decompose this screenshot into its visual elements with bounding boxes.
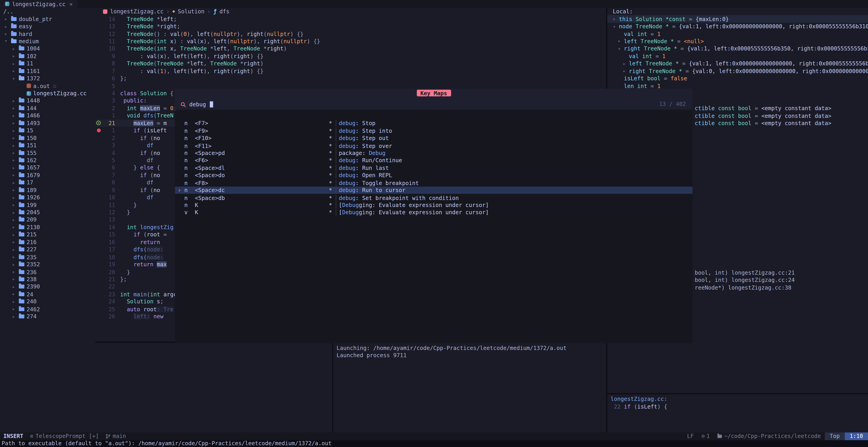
- tree-root[interactable]: /..: [0, 8, 95, 15]
- tree-item-274[interactable]: ▸274: [0, 313, 95, 320]
- column-divider: │: [334, 150, 339, 156]
- tab-longestzigzag[interactable]: longestZigzag.cc ×: [0, 0, 78, 8]
- code-line[interactable]: 7 : val(1), left(left), right(right) {}: [95, 67, 606, 74]
- keymap-row[interactable]: n<F10>*│debug: Step out: [175, 135, 692, 142]
- chevron-right-icon: ▸: [12, 157, 19, 163]
- tree-item-15[interactable]: ▸15: [0, 127, 95, 135]
- scope-variable-row[interactable]: ▾node TreeNode * = {val:1, left:0x000000…: [607, 23, 868, 30]
- tree-item-227[interactable]: ▸227: [0, 246, 95, 254]
- tree-item-189[interactable]: ▸189: [0, 186, 95, 194]
- tree-item-151[interactable]: ▸151: [0, 142, 95, 149]
- chevron-right-icon: ▸: [12, 262, 19, 267]
- tree-item-easy[interactable]: ▸easy: [0, 23, 95, 30]
- tree-item-label: longestZigzag.cc: [33, 90, 87, 96]
- tree-item-216[interactable]: ▸216: [0, 238, 95, 246]
- tree-item-1679[interactable]: ▸1679: [0, 172, 95, 179]
- chevron-right-icon: ▸: [12, 135, 19, 141]
- folder-icon: [19, 143, 24, 147]
- scope-variable-row[interactable]: ▾right TreeNode * = {val:1, left:0x00005…: [607, 45, 868, 53]
- tree-item-1466[interactable]: ▸1466: [0, 112, 95, 119]
- keymap-row[interactable]: n<Space>dc*│debug: Run to cursor: [175, 187, 692, 194]
- tree-item-1657[interactable]: ▸1657: [0, 164, 95, 172]
- stack-frame[interactable]: bool, int) longestZigzag.cc:21: [695, 269, 795, 277]
- tree-item-1004[interactable]: ▸1004: [0, 45, 95, 53]
- breakpoint-file[interactable]: longestZigzag.cc:: [611, 395, 868, 403]
- scope-variable-row[interactable]: ▸left TreeNode * = {val:1, left:0x000000…: [607, 60, 868, 67]
- tree-item-1161[interactable]: ▸1161: [0, 67, 95, 74]
- code-line[interactable]: 13 TreeNode *right;: [95, 23, 606, 30]
- scope-variable-row[interactable]: ▸right TreeNode * = {val:0, left:0x00000…: [607, 67, 868, 74]
- tree-item-2462[interactable]: ▸2462: [0, 305, 95, 313]
- chevron-right-icon: ▸: [12, 106, 19, 111]
- tree-item-215[interactable]: ▸215: [0, 231, 95, 238]
- tree-item-11[interactable]: ▸11: [0, 60, 95, 67]
- code-line[interactable]: 10 TreeNode(int x, TreeNode *left, TreeN…: [95, 45, 606, 53]
- breadcrumb-file[interactable]: longestZigzag.cc: [110, 8, 163, 14]
- scope-variable-row[interactable]: ▸left TreeNode * = <null>: [607, 37, 868, 45]
- dap-console[interactable]: Launching: /home/ayamir/code/Cpp-Practic…: [332, 341, 606, 432]
- tree-item-a.out[interactable]: a.out◻: [0, 82, 95, 90]
- tree-item-1926[interactable]: ▸1926: [0, 194, 95, 201]
- tree-item-2390[interactable]: ▸2390: [0, 283, 95, 291]
- keymap-row[interactable]: n<F11>*│debug: Step over: [175, 142, 692, 149]
- code-line[interactable]: 11 TreeNode(int x) : val(x), left(nullpt…: [95, 37, 606, 45]
- keymap-row[interactable]: n<Space>dl*│debug: Run last: [175, 164, 692, 172]
- tree-item-longestZigzag.cc[interactable]: longestZigzag.cc: [0, 90, 95, 97]
- tree-item-102[interactable]: ▸102: [0, 53, 95, 60]
- scope-variable-row[interactable]: val int = 1: [607, 30, 868, 37]
- keymap-row[interactable]: n<F7>*│debug: Stop: [175, 120, 692, 127]
- code-line[interactable]: 14 TreeNode *left;: [95, 15, 606, 23]
- stack-frame[interactable]: reeNode*) longestZigzag.cc:38: [695, 284, 795, 291]
- tree-item-2352[interactable]: ▸2352: [0, 261, 95, 268]
- keymap-row[interactable]: nK*│[Debugging: Evaluate expression unde…: [175, 202, 692, 209]
- folder-icon: [19, 248, 24, 251]
- tree-item-label: hard: [19, 31, 32, 37]
- scope-variable-row[interactable]: val int = 1: [607, 53, 868, 60]
- tree-item-hard[interactable]: ▸hard: [0, 30, 95, 37]
- tree-item-235[interactable]: ▸235: [0, 254, 95, 261]
- tree-item-24[interactable]: ▸24: [0, 291, 95, 298]
- breadcrumb-class[interactable]: Solution: [178, 8, 205, 14]
- tree-item-17[interactable]: ▸17: [0, 179, 95, 186]
- search-input[interactable]: debug: [189, 101, 206, 108]
- tree-item-155[interactable]: ▸155: [0, 149, 95, 156]
- telescope-prompt[interactable]: Key Maps debug 13 / 402: [175, 89, 692, 110]
- tree-item-2045[interactable]: ▸2045: [0, 209, 95, 216]
- tree-item-240[interactable]: ▸240: [0, 298, 95, 305]
- code-line[interactable]: 8 TreeNode(TreeNode *left, TreeNode *rig…: [95, 60, 606, 67]
- folder-icon: [19, 307, 24, 311]
- breadcrumb-method[interactable]: dfs: [219, 8, 229, 14]
- code-line[interactable]: 12 TreeNode() : val(0), left(nullptr), r…: [95, 30, 606, 37]
- tree-item-1448[interactable]: ▸1448: [0, 97, 95, 105]
- neovim-screen: longestZigzag.cc × /.. ▸double_ptr▸easy▸…: [0, 0, 868, 447]
- code-line[interactable]: 9 : val(x), left(left), right(right) {}: [95, 53, 606, 60]
- tree-item-medium[interactable]: ▾medium: [0, 37, 95, 45]
- keymap-row[interactable]: n<F9>*│debug: Step into: [175, 127, 692, 135]
- scope-variable-row[interactable]: isLeft bool = false: [607, 74, 868, 82]
- tree-item-1493[interactable]: ▸1493: [0, 119, 95, 127]
- column-divider: │: [334, 143, 339, 149]
- tree-item-238[interactable]: ▸238: [0, 275, 95, 283]
- keymap-row[interactable]: n<F8>*│debug: Toggle breakpoint: [175, 179, 692, 187]
- scope-variable-row[interactable]: ▸this Solution *const = {maxLen:0}: [607, 15, 868, 23]
- tree-item-144[interactable]: ▸144: [0, 105, 95, 112]
- tree-item-162[interactable]: ▸162: [0, 156, 95, 164]
- code-line[interactable]: 6};: [95, 74, 606, 82]
- breakpoint-entry[interactable]: 22 if (isLeft) {: [611, 403, 868, 410]
- tree-item-double_ptr[interactable]: ▸double_ptr: [0, 15, 95, 23]
- stack-frame[interactable]: bool, int) longestZigzag.cc:24: [695, 276, 795, 284]
- tree-item-209[interactable]: ▸209: [0, 216, 95, 224]
- tree-item-2130[interactable]: ▸2130: [0, 224, 95, 231]
- tree-item-150[interactable]: ▸150: [0, 134, 95, 142]
- tree-item-199[interactable]: ▸199: [0, 201, 95, 209]
- keymap-row[interactable]: n<Space>db*│debug: Set breakpoint with c…: [175, 194, 692, 202]
- keymap-row[interactable]: n<Space>pd*│package: Debug: [175, 149, 692, 157]
- keymap-row[interactable]: n<Space>do*│debug: Open REPL: [175, 172, 692, 179]
- popup-title: Key Maps: [416, 90, 451, 96]
- tab-close-icon[interactable]: ×: [69, 1, 73, 7]
- tree-item-236[interactable]: ▸236: [0, 268, 95, 275]
- tree-item-1372[interactable]: ▾1372: [0, 74, 95, 82]
- line-number: 5: [102, 157, 115, 163]
- keymap-row[interactable]: n<F6>*│debug: Run/Continue: [175, 157, 692, 164]
- keymap-row[interactable]: vK*│[Debugging: Evaluate expression unde…: [175, 209, 692, 216]
